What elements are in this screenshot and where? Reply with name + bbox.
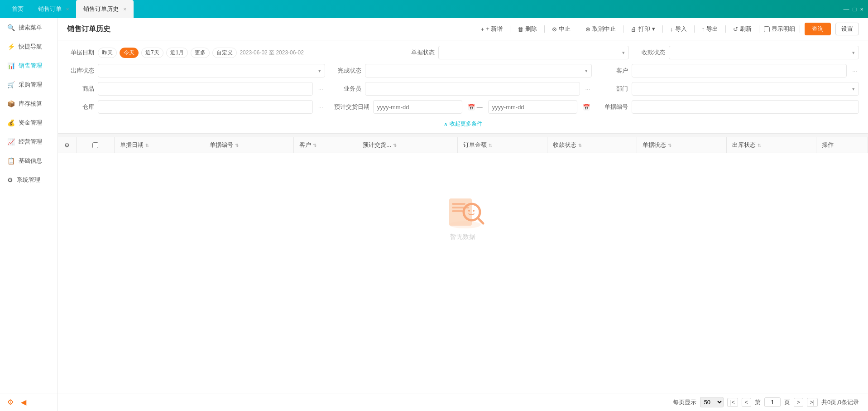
completion-status-select[interactable]: ▾	[365, 64, 592, 77]
query-button[interactable]: 查询	[805, 23, 831, 35]
system-icon: ⚙	[7, 176, 13, 184]
th-expected-delivery-label: 预计交货...	[363, 141, 391, 149]
salesperson-dots[interactable]: ···	[584, 86, 592, 92]
filter-payment-status-item: 收款状态 ▾	[638, 46, 859, 59]
goods-dots[interactable]: ···	[317, 86, 325, 92]
th-date-label: 单据日期	[120, 141, 144, 149]
cancel-stop-button[interactable]: ⊗ 取消中止	[583, 24, 619, 34]
show-detail-label: 显示明细	[764, 25, 795, 33]
sidebar-item-sales[interactable]: 📊 销售管理	[0, 56, 58, 75]
th-date[interactable]: 单据日期 ⇅	[115, 137, 204, 153]
customer-label: 客户	[601, 67, 628, 75]
purchase-icon: 🛒	[7, 81, 15, 88]
export-button[interactable]: ↑ 导出	[699, 24, 721, 34]
customer-dots[interactable]: ···	[850, 68, 859, 74]
page-first-button[interactable]: |<	[727, 398, 738, 407]
sidebar-item-system[interactable]: ⚙ 系统管理	[0, 170, 58, 189]
payment-status-select[interactable]: ▾	[669, 46, 859, 59]
svg-point-7	[468, 210, 470, 212]
settings-button[interactable]: 设置	[835, 23, 859, 35]
th-order-status[interactable]: 单据状态 ⇅	[637, 137, 727, 153]
th-delivery-status-label: 出库状态	[732, 141, 756, 149]
goods-input[interactable]	[98, 82, 313, 96]
th-expected-delivery[interactable]: 预计交货... ⇅	[357, 137, 458, 153]
completion-status-label: 完成状态	[334, 67, 361, 75]
date-btn-custom[interactable]: 自定义	[212, 48, 237, 58]
top-bar: 首页 销售订单 × 销售订单历史 × — □ ×	[0, 0, 868, 18]
page-prev-button[interactable]: <	[742, 398, 751, 407]
page-size-select[interactable]: 50 10 20 100	[700, 397, 724, 407]
th-settings: ⚙	[58, 137, 76, 153]
tab-sales-order-close[interactable]: ×	[66, 6, 69, 12]
order-status-select[interactable]: ▾	[438, 46, 628, 59]
toolbar-divider-7	[725, 25, 726, 33]
sidebar-item-operations[interactable]: 📈 经营管理	[0, 132, 58, 151]
window-maximize-icon[interactable]: □	[853, 6, 857, 13]
sidebar-item-quicknav[interactable]: ⚡ 快捷导航	[0, 37, 58, 56]
sidebar-item-search[interactable]: 🔍 搜索菜单	[0, 18, 58, 37]
th-number[interactable]: 单据编号 ⇅	[204, 137, 294, 153]
svg-point-8	[473, 210, 475, 212]
tab-sales-order-history[interactable]: 销售订单历史 ×	[76, 0, 133, 18]
column-settings-icon[interactable]: ⚙	[64, 142, 70, 149]
expected-delivery-start[interactable]	[373, 100, 463, 114]
page-input[interactable]	[764, 397, 781, 407]
date-btn-today[interactable]: 今天	[120, 48, 139, 58]
toolbar: + + 新增 🗑 删除 ⊗ 中止 ⊗ 取消中止	[478, 23, 859, 35]
data-table: ⚙ 单据日期 ⇅	[58, 137, 868, 277]
th-delivery-status[interactable]: 出库状态 ⇅	[727, 137, 816, 153]
select-all-checkbox[interactable]	[92, 142, 98, 148]
filter-date-item: 单据日期 昨天 今天 近7天 近1月 更多 自定义 2023-06-02 至 2…	[67, 48, 398, 58]
window-close-icon[interactable]: ×	[860, 6, 863, 13]
toolbar-divider-4	[623, 25, 623, 33]
customer-input[interactable]	[632, 64, 847, 77]
delete-button[interactable]: 🗑 删除	[515, 24, 540, 34]
import-button[interactable]: ↓ 导入	[667, 24, 690, 34]
date-btn-more[interactable]: 更多	[191, 48, 210, 58]
warehouse-input[interactable]	[98, 100, 313, 114]
filter-order-status-item: 单据状态 ▾	[408, 46, 628, 59]
th-amount[interactable]: 订单金额 ⇅	[458, 137, 547, 153]
doc-number-input[interactable]	[632, 100, 859, 114]
toolbar-divider-3	[578, 25, 578, 33]
show-detail-checkbox[interactable]	[764, 26, 770, 32]
warehouse-dots[interactable]: ···	[317, 104, 325, 111]
empty-illustration	[440, 189, 485, 226]
print-button[interactable]: 🖨 打印 ▾	[628, 24, 658, 34]
date-btn-7days[interactable]: 近7天	[141, 48, 163, 58]
refresh-button[interactable]: ↺ 刷新	[730, 24, 754, 34]
sidebar-collapse-icon[interactable]: ◀	[21, 398, 26, 406]
finance-icon: 💰	[7, 119, 15, 126]
sidebar-item-purchase[interactable]: 🛒 采购管理	[0, 75, 58, 94]
page-next-button[interactable]: >	[794, 398, 803, 407]
date-btn-yesterday[interactable]: 昨天	[98, 48, 117, 58]
content-area: 销售订单历史 + + 新增 🗑 删除 ⊗ 中止 ⊗	[58, 18, 868, 411]
department-select[interactable]: ▾	[632, 82, 859, 96]
department-label: 部门	[601, 85, 628, 93]
th-actions: 操作	[816, 137, 868, 153]
date-btn-1month[interactable]: 近1月	[166, 48, 188, 58]
collapse-bar[interactable]: ∧ 收起更多条件	[67, 118, 859, 128]
total-text: 共0页,0条记录	[821, 398, 859, 406]
salesperson-input[interactable]	[365, 82, 580, 96]
sidebar-item-finance[interactable]: 💰 资金管理	[0, 113, 58, 132]
sort-payment-status-icon: ⇅	[578, 143, 582, 148]
delivery-status-select[interactable]: ▾	[98, 64, 325, 77]
sidebar-item-inventory[interactable]: 📦 库存核算	[0, 94, 58, 113]
expected-delivery-end[interactable]	[488, 100, 578, 114]
salesperson-label: 业务员	[334, 85, 361, 93]
sidebar-settings-icon[interactable]: ⚙	[7, 398, 14, 406]
payment-status-chevron: ▾	[852, 50, 855, 56]
tab-home[interactable]: 首页	[5, 0, 31, 18]
sidebar-item-basic-info[interactable]: 📋 基础信息	[0, 151, 58, 170]
stop-button[interactable]: ⊗ 中止	[549, 24, 573, 34]
th-payment-status[interactable]: 收款状态 ⇅	[547, 137, 637, 153]
filter-row-1: 单据日期 昨天 今天 近7天 近1月 更多 自定义 2023-06-02 至 2…	[67, 46, 859, 59]
tab-sales-order[interactable]: 销售订单 ×	[31, 0, 76, 18]
window-minimize-icon[interactable]: —	[844, 6, 849, 13]
th-customer[interactable]: 客户 ⇅	[294, 137, 357, 153]
tab-sales-order-history-close[interactable]: ×	[123, 6, 126, 12]
add-button[interactable]: + + 新增	[478, 24, 506, 34]
operations-icon: 📈	[7, 138, 15, 145]
page-last-button[interactable]: >|	[807, 398, 818, 407]
